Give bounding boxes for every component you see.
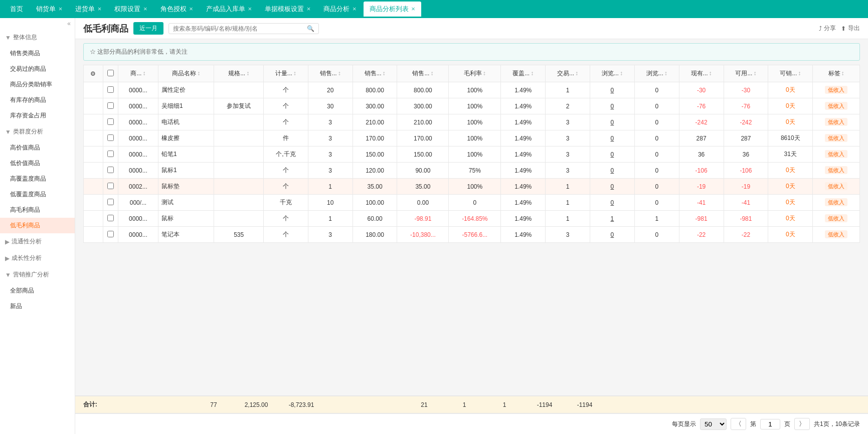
- sidebar-item-low-coverage[interactable]: 低覆盖度商品: [0, 187, 75, 202]
- cell-browse1[interactable]: 0: [590, 114, 634, 130]
- row-checkbox[interactable]: [107, 183, 114, 189]
- nav-role-auth[interactable]: 角色授权 ×: [154, 2, 199, 17]
- cell-browse1[interactable]: 1: [590, 211, 634, 227]
- nav-close-icon[interactable]: ×: [353, 5, 357, 13]
- row-checkbox[interactable]: [107, 86, 114, 93]
- date-filter-button[interactable]: 近一月: [133, 22, 163, 35]
- nav-close-icon[interactable]: ×: [143, 5, 147, 13]
- col-sales-amount[interactable]: 销售...↕: [397, 65, 449, 82]
- cell-checkbox[interactable]: [103, 227, 118, 243]
- cell-checkbox[interactable]: [103, 114, 118, 130]
- row-checkbox[interactable]: [107, 102, 114, 109]
- col-trade-count[interactable]: 交易...↕: [546, 65, 590, 82]
- share-button[interactable]: ⤴ 分享: [819, 24, 836, 33]
- cell-name[interactable]: 鼠标垫: [158, 179, 214, 195]
- sidebar-group-overview[interactable]: ▼ 整体信息: [0, 29, 75, 46]
- cell-browse1[interactable]: 0: [590, 98, 634, 114]
- sidebar-item-high-margin[interactable]: 高毛利商品: [0, 202, 75, 218]
- cell-name[interactable]: 吴细细1: [158, 98, 214, 114]
- cell-checkbox[interactable]: [103, 179, 118, 195]
- sidebar-item-high-coverage[interactable]: 高覆盖度商品: [0, 171, 75, 187]
- cell-name[interactable]: 电话机: [158, 114, 214, 130]
- nav-purchase-order[interactable]: 进货单 ×: [69, 2, 107, 17]
- row-checkbox[interactable]: [107, 215, 114, 221]
- col-spec[interactable]: 规格...↕: [214, 65, 264, 82]
- export-button[interactable]: ⬆ 导出: [841, 24, 860, 33]
- cell-name[interactable]: 测试: [158, 195, 214, 211]
- cell-browse1[interactable]: 0: [590, 195, 634, 211]
- nav-close-icon[interactable]: ×: [59, 5, 63, 13]
- row-checkbox[interactable]: [107, 167, 114, 173]
- row-checkbox[interactable]: [107, 134, 114, 141]
- prev-page-button[interactable]: 〈: [731, 418, 746, 430]
- cell-checkbox[interactable]: [103, 98, 118, 114]
- col-sales-price[interactable]: 销售...↕: [353, 65, 397, 82]
- sidebar-item-new-goods[interactable]: 新品: [0, 299, 75, 314]
- sidebar-item-all-goods[interactable]: 全部商品: [0, 283, 75, 299]
- cell-browse1[interactable]: 0: [590, 130, 634, 147]
- cell-name[interactable]: 铅笔1: [158, 147, 214, 163]
- col-tag[interactable]: 标签↕: [813, 65, 860, 82]
- row-checkbox[interactable]: [107, 118, 114, 125]
- sidebar-item-traded-goods[interactable]: 交易过的商品: [0, 61, 75, 77]
- col-coverage[interactable]: 覆盖...↕: [501, 65, 546, 82]
- select-all-checkbox[interactable]: [107, 70, 114, 76]
- sidebar-item-low-value[interactable]: 低价值商品: [0, 156, 75, 171]
- col-name[interactable]: 商品名称↕: [158, 65, 214, 82]
- nav-close-icon[interactable]: ×: [307, 5, 311, 13]
- nav-close-icon[interactable]: ×: [248, 5, 252, 13]
- cell-browse1[interactable]: 0: [590, 227, 634, 243]
- cell-browse1[interactable]: 0: [590, 163, 634, 179]
- sidebar-item-category-assist[interactable]: 商品分类助销率: [0, 77, 75, 92]
- cell-checkbox[interactable]: [103, 163, 118, 179]
- sidebar-collapse-button[interactable]: «: [0, 18, 75, 29]
- col-saleable[interactable]: 可销...↕: [768, 65, 813, 82]
- sidebar-item-sales-goods[interactable]: 销售类商品: [0, 46, 75, 61]
- sidebar-group-growth[interactable]: ▶ 成长性分析: [0, 250, 75, 266]
- col-browse2[interactable]: 浏览...↕: [634, 65, 679, 82]
- cell-checkbox[interactable]: [103, 195, 118, 211]
- cell-checkbox[interactable]: [103, 130, 118, 147]
- nav-product-analysis[interactable]: 商品分析 ×: [317, 2, 362, 17]
- cell-name[interactable]: 笔记本: [158, 227, 214, 243]
- nav-product-entry[interactable]: 产成品入库单 ×: [200, 2, 258, 17]
- cell-browse1[interactable]: 0: [590, 82, 634, 98]
- sidebar-item-capital[interactable]: 库存资金占用: [0, 108, 75, 123]
- row-checkbox[interactable]: [107, 199, 114, 205]
- per-page-select[interactable]: 50 100 200: [700, 418, 727, 430]
- search-input[interactable]: [173, 25, 307, 32]
- col-available[interactable]: 可用...↕: [724, 65, 768, 82]
- search-icon[interactable]: 🔍: [307, 25, 314, 32]
- next-page-button[interactable]: 〉: [794, 418, 810, 430]
- sidebar-group-marketing[interactable]: ▼ 营销推广分析: [0, 266, 75, 283]
- row-checkbox[interactable]: [107, 231, 114, 237]
- cell-browse1[interactable]: 0: [590, 147, 634, 163]
- col-browse1[interactable]: 浏览...↕: [590, 65, 634, 82]
- sidebar-group-cluster[interactable]: ▼ 类群度分析: [0, 123, 75, 140]
- sidebar-item-high-value[interactable]: 高价值商品: [0, 140, 75, 156]
- col-sales-qty[interactable]: 销售...↕: [308, 65, 353, 82]
- cell-checkbox[interactable]: [103, 211, 118, 227]
- sidebar-item-in-stock[interactable]: 有库存的商品: [0, 92, 75, 108]
- cell-checkbox[interactable]: [103, 82, 118, 98]
- col-current-stock[interactable]: 现有...↕: [679, 65, 724, 82]
- cell-checkbox[interactable]: [103, 147, 118, 163]
- nav-sales-order[interactable]: 销货单 ×: [30, 2, 68, 17]
- nav-permissions[interactable]: 权限设置 ×: [108, 2, 153, 17]
- cell-name[interactable]: 鼠标: [158, 211, 214, 227]
- nav-template-settings[interactable]: 单据模板设置 ×: [259, 2, 316, 17]
- cell-name[interactable]: 鼠标1: [158, 163, 214, 179]
- sidebar-item-low-margin[interactable]: 低毛利商品: [0, 218, 75, 233]
- col-code[interactable]: 商...↕: [118, 65, 158, 82]
- col-gross-margin[interactable]: 毛利率↕: [449, 65, 501, 82]
- nav-close-icon[interactable]: ×: [98, 5, 102, 13]
- nav-home[interactable]: 首页: [4, 2, 29, 17]
- table-container[interactable]: ⚙ 商...↕ 商品名称↕ 规格...↕ 计量...↕ 销售...↕ 销售...…: [83, 65, 860, 395]
- col-unit[interactable]: 计量...↕: [263, 65, 308, 82]
- sidebar-group-liquidity[interactable]: ▶ 流通性分析: [0, 233, 75, 250]
- cell-name[interactable]: 橡皮擦: [158, 130, 214, 147]
- cell-name[interactable]: 属性定价: [158, 82, 214, 98]
- page-number-input[interactable]: [760, 419, 780, 429]
- nav-close-icon[interactable]: ×: [411, 5, 415, 13]
- row-checkbox[interactable]: [107, 151, 114, 157]
